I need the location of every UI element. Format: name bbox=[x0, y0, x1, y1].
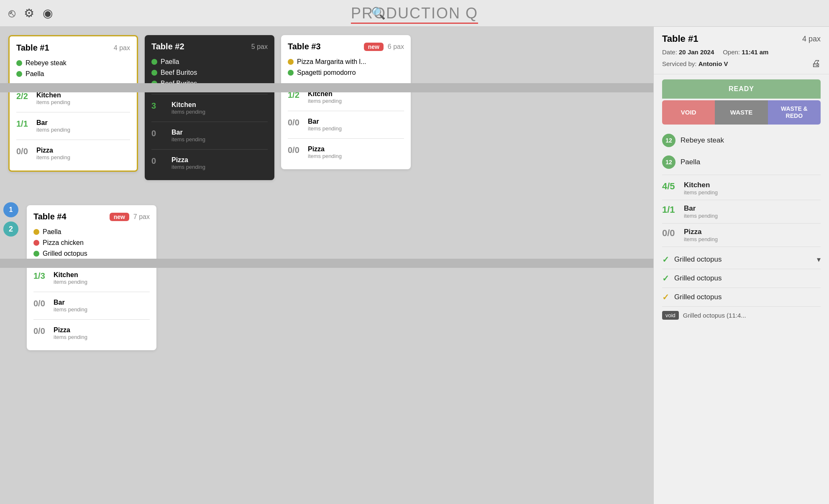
search-icon[interactable]: 🔍 bbox=[371, 6, 386, 20]
station-row: 0/0 Pizza items pending bbox=[16, 143, 130, 164]
pax-with-badge-4: new 7 pax bbox=[110, 213, 150, 221]
divider bbox=[33, 319, 150, 320]
station-count: 0/0 bbox=[16, 147, 31, 156]
eye-off-icon[interactable]: ◉ bbox=[43, 6, 53, 20]
station-count: 1/1 bbox=[16, 119, 31, 129]
station-name: Pizza bbox=[36, 147, 70, 154]
ready-button[interactable]: READY bbox=[662, 79, 821, 99]
station-info: Pizza items pending bbox=[36, 147, 70, 160]
station-sub: items pending bbox=[308, 153, 342, 159]
right-stations: 4/5 Kitchen items pending 1/1 Bar items … bbox=[654, 177, 829, 247]
grilled-void-row: void Grilled octopus (11:4... bbox=[662, 307, 821, 324]
table-card-3[interactable]: Table #3 new 6 pax Pizza Margarita with … bbox=[281, 35, 411, 169]
check-green-icon: ✓ bbox=[662, 273, 669, 283]
right-panel-serviced: Serviced by: Antonio V 🖨 bbox=[662, 58, 821, 69]
card-header-4: Table #4 new 7 pax bbox=[33, 212, 150, 221]
card-title-4: Table #4 bbox=[33, 212, 67, 221]
right-station-sub: items pending bbox=[684, 236, 718, 242]
right-station-count: 4/5 bbox=[662, 181, 679, 192]
station-info: Kitchen items pending bbox=[171, 101, 205, 115]
right-divider bbox=[662, 175, 821, 175]
right-station-info: Bar items pending bbox=[684, 204, 718, 219]
cards-bottom-row: Table #4 new 7 pax Paella Pizza chicken bbox=[8, 205, 645, 350]
station-name: Pizza bbox=[308, 145, 342, 153]
station-info: Bar items pending bbox=[171, 129, 205, 143]
station-sub: items pending bbox=[171, 164, 205, 170]
dot-yellow bbox=[288, 59, 294, 65]
main-layout: 1 2 Table #1 4 pax Rebeye steak P bbox=[0, 27, 829, 504]
table-card-2[interactable]: Table #2 5 pax Paella Beef Buritos Beef … bbox=[145, 35, 274, 180]
divider-bar-top bbox=[0, 83, 653, 92]
card-header-3: Table #3 new 6 pax bbox=[288, 42, 404, 51]
right-station-name: Bar bbox=[684, 204, 718, 213]
right-station-sub: items pending bbox=[684, 213, 718, 219]
right-panel-date: Date: 20 Jan 2024 Open: 11:41 am bbox=[662, 48, 821, 56]
waste-button[interactable]: WASTE bbox=[715, 100, 768, 125]
station-name: Kitchen bbox=[36, 92, 70, 99]
divider bbox=[16, 140, 130, 140]
void-item-name: Grilled octopus (11:4... bbox=[683, 312, 746, 319]
right-station-row: 1/1 Bar items pending bbox=[662, 200, 821, 224]
grilled-name: Grilled octopus bbox=[674, 255, 722, 264]
station-row: 0/0 Bar items pending bbox=[288, 115, 404, 135]
grilled-section: ✓ Grilled octopus ▾ ✓ Grilled octopus ✓ … bbox=[654, 247, 829, 324]
action-buttons: READY VOID WASTE WASTE &REDO bbox=[662, 79, 821, 125]
item-list-1: Rebeye steak Paella bbox=[16, 58, 130, 79]
station-name: Bar bbox=[308, 118, 342, 125]
station-name: Bar bbox=[36, 119, 70, 127]
right-station-name: Kitchen bbox=[684, 181, 718, 189]
back-icon[interactable]: ⎋ bbox=[8, 7, 15, 20]
item-badge: 12 bbox=[662, 155, 675, 169]
card-pax-4: 7 pax bbox=[133, 213, 150, 221]
table-card-1[interactable]: Table #1 4 pax Rebeye steak Paella 2/2 bbox=[8, 35, 138, 172]
table-card-4[interactable]: Table #4 new 7 pax Paella Pizza chicken bbox=[27, 205, 156, 350]
card-pax-1: 4 pax bbox=[114, 44, 130, 52]
settings-icon[interactable]: ⚙ bbox=[24, 6, 34, 20]
list-item: Paella bbox=[16, 69, 130, 79]
list-item: Rebeye steak bbox=[16, 58, 130, 69]
void-button[interactable]: VOID bbox=[662, 100, 715, 125]
list-item: Pizza chicken bbox=[33, 237, 150, 248]
chevron-down-icon[interactable]: ▾ bbox=[817, 255, 821, 264]
right-station-row: 0/0 Pizza items pending bbox=[662, 224, 821, 247]
station-name: Pizza bbox=[54, 326, 87, 334]
station-sub: items pending bbox=[308, 98, 342, 104]
item-name: Paella bbox=[161, 58, 179, 66]
dot-green bbox=[16, 60, 22, 66]
right-station-info: Pizza items pending bbox=[684, 228, 718, 242]
station-sub: items pending bbox=[54, 334, 87, 340]
divider bbox=[33, 292, 150, 292]
waste-redo-button[interactable]: WASTE &REDO bbox=[768, 100, 821, 125]
item-name: Rebeye steak bbox=[681, 136, 724, 145]
badge-1: 1 bbox=[3, 202, 18, 217]
station-count: 1/3 bbox=[33, 271, 49, 281]
station-sub: items pending bbox=[171, 136, 205, 143]
card-pax-2: 5 pax bbox=[251, 43, 268, 51]
station-row: 0/0 Pizza items pending bbox=[288, 142, 404, 163]
station-count: 0 bbox=[151, 156, 166, 166]
check-green-icon: ✓ bbox=[662, 255, 669, 265]
check-yellow-icon: ✓ bbox=[662, 292, 669, 302]
station-name: Bar bbox=[171, 129, 205, 136]
divider bbox=[16, 112, 130, 112]
printer-icon[interactable]: 🖨 bbox=[811, 58, 821, 69]
card-pax-3: 6 pax bbox=[388, 43, 404, 51]
right-panel: Table #1 4 pax Date: 20 Jan 2024 Open: 1… bbox=[653, 27, 829, 504]
station-sub: items pending bbox=[36, 99, 70, 105]
station-name: Bar bbox=[54, 299, 87, 306]
dot-yellow bbox=[33, 229, 39, 235]
station-sub: items pending bbox=[54, 279, 87, 285]
station-row: 0 Bar items pending bbox=[151, 125, 268, 146]
station-row: 1/3 Kitchen items pending bbox=[33, 268, 150, 288]
station-sub: items pending bbox=[36, 127, 70, 133]
item-name: Beef Buritos bbox=[161, 69, 197, 76]
dot-green bbox=[151, 59, 157, 65]
item-name: Pizza Margarita with l... bbox=[297, 58, 366, 66]
date-value: 20 Jan 2024 bbox=[679, 48, 714, 56]
right-item-row: 12 Paella bbox=[662, 151, 821, 173]
dot-green bbox=[16, 71, 22, 77]
list-item: Paella bbox=[151, 56, 268, 67]
right-station-count: 1/1 bbox=[662, 204, 679, 215]
right-item-row: 12 Rebeye steak bbox=[662, 130, 821, 151]
station-row: 1/1 Bar items pending bbox=[16, 116, 130, 136]
